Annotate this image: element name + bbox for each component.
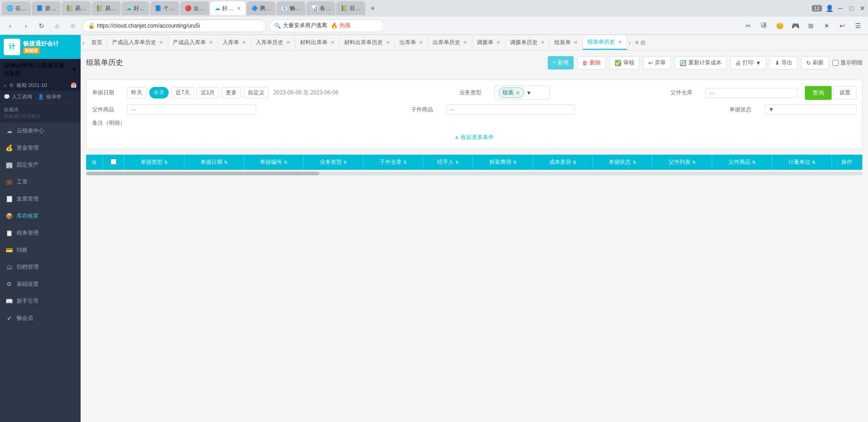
page-tab-10[interactable]: 调拨单历史 ✕ [505,36,550,49]
reload-button[interactable]: ↻ [35,19,48,32]
date-btn-1month[interactable]: 近1月 [197,87,219,98]
maximize-button[interactable]: □ [848,5,855,12]
page-tab-3[interactable]: 入库单 ✕ [218,36,251,49]
support-icon[interactable]: 💬 [4,94,10,100]
biz-type-tag-remove[interactable]: ✕ [516,90,520,96]
show-detail-checkbox[interactable]: 显示明细 [833,59,862,67]
sidebar-item-cloud-report[interactable]: ☁ 云报表中心 [0,122,81,139]
page-tab-11-close[interactable]: ✕ [574,40,578,46]
back-button[interactable]: ‹ [4,19,17,32]
col-bill-date[interactable]: 单据日期 ⇅ [184,155,244,170]
tab-scroll-right[interactable]: › [627,39,633,46]
browser-tab-9[interactable]: 📧 畅… [276,1,305,15]
select-all-checkbox[interactable] [111,159,117,165]
page-tab-6-close[interactable]: ✕ [386,40,390,46]
date-btn-more[interactable]: 更多 [222,87,241,98]
minimize-button[interactable]: ─ [837,5,844,12]
browser-tab-in[interactable]: 🌐 在… [2,1,31,15]
col-checkbox[interactable] [103,155,124,170]
col-parent-list[interactable]: 父件列表 ⇅ [652,155,712,170]
profile-icon[interactable]: 👤 [826,5,833,12]
scrollbar-thumb[interactable] [86,172,319,175]
menu-icon[interactable]: ☰ [851,19,864,32]
home-button[interactable]: ⌂ [51,19,64,32]
col-bill-type[interactable]: 单据类型 ⇅ [124,155,184,170]
col-cost-diff[interactable]: 成本差异 ⇅ [533,155,592,170]
sidebar-item-tax[interactable]: 📋 税务管理 [0,225,81,242]
page-tab-1-close[interactable]: ✕ [159,40,163,46]
col-bill-no[interactable]: 单据编号 ⇅ [244,155,304,170]
sidebar-item-settings[interactable]: ⚙ 基础设置 [0,276,81,293]
browser-tab-7-active[interactable]: ☁ 好… ✕ [210,1,246,15]
date-btn-today[interactable]: 今天 [149,87,169,98]
browser-tab-10[interactable]: 📊 各… [306,1,335,15]
page-tab-7-close[interactable]: ✕ [419,40,423,46]
sidebar-item-salary[interactable]: 💼 工资 [0,173,81,191]
page-tab-12-close[interactable]: ✕ [618,39,622,45]
sidebar-item-member[interactable]: ✔ 畅会员 [0,310,81,327]
query-button[interactable]: 查询 [805,86,832,100]
abandon-button[interactable]: ↩ 弃审 [643,56,671,69]
new-button[interactable]: + 新增 [548,56,574,69]
date-btn-custom[interactable]: 自定义 [244,87,269,98]
page-tab-4-close[interactable]: ✕ [286,40,290,46]
col-bill-status[interactable]: 单据状态 ⇅ [592,155,652,170]
col-biz-type[interactable]: 业务类型 ⇅ [304,155,364,170]
settings-icon-top[interactable]: ⚙ [9,82,14,88]
page-tab-9[interactable]: 调拨单 ✕ [472,36,505,49]
translate-icon[interactable]: 译 [757,19,770,32]
grid-icon[interactable]: ⊞ [804,19,817,32]
sidebar-item-settlement[interactable]: 💳 结账 [0,242,81,259]
forward-button[interactable]: › [19,19,32,32]
recalculate-button[interactable]: 🔄 重新计算成本 [674,56,727,69]
date-btn-yesterday[interactable]: 昨天 [127,87,147,98]
child-goods-input[interactable]: ··· [446,104,575,115]
url-bar[interactable]: 🔒 https://cloud.chanjet.com/accounting/u… [82,19,266,32]
sidebar-item-fund[interactable]: 💰 资金管理 [0,139,81,156]
page-tab-4[interactable]: 入库单历史 ✕ [251,36,295,49]
page-tab-9-close[interactable]: ✕ [496,40,500,46]
browser-tab-5[interactable]: 📘 个… [150,1,179,15]
emoji-icon[interactable]: 😊 [773,19,786,32]
sidebar-item-invoice[interactable]: 🧾 发票管理 [0,191,81,208]
browser-tab-1[interactable]: 📘 新… [32,1,61,15]
col-settings[interactable]: ⚙ [86,155,103,170]
page-tab-6[interactable]: 材料出库单历史 ✕ [340,36,395,49]
page-tab-11[interactable]: 组装单 ✕ [550,36,583,49]
show-detail-input[interactable] [833,60,839,66]
close-window-button[interactable]: ✕ [859,5,866,12]
collapse-filter-button[interactable]: ∧ 收起更多条件 [92,132,856,143]
company-selector[interactable]: (勿删勿禁用) 江西服宝测试专用 ▼ [0,59,81,80]
review-button[interactable]: ✅ 审核 [610,56,639,69]
brightness-icon[interactable]: ☀ [820,19,833,32]
sidebar-item-guide[interactable]: 📖 新手引导 [0,293,81,310]
sidebar-item-fixed-asset[interactable]: 🏢 固定资产 [0,156,81,173]
parent-warehouse-select[interactable]: ··· [705,88,798,98]
calendar-icon[interactable]: 📅 [70,82,77,88]
tab-add-button[interactable]: + [366,2,379,15]
sidebar-item-archive[interactable]: 🗂 归档管理 [0,259,81,276]
tab-close-current[interactable]: ✕ [634,39,639,46]
page-tab-12-active[interactable]: 组装单历史 ✕ [583,35,627,50]
page-tab-3-close[interactable]: ✕ [242,40,246,46]
parent-goods-input[interactable]: ··· [127,104,256,115]
horizontal-scrollbar[interactable] [86,172,862,175]
browser-tab-4[interactable]: ☁ 好… [122,1,149,15]
page-tab-2-close[interactable]: ✕ [209,40,213,46]
page-tab-5[interactable]: 材料出库单 ✕ [295,36,340,49]
page-tab-10-close[interactable]: ✕ [540,40,545,46]
bookmark-button[interactable]: ☆ [66,19,79,32]
undo-icon[interactable]: ↩ [836,19,849,32]
tab-close-8[interactable]: ✕ [237,6,241,12]
print-button[interactable]: 🖨 打印 ▼ [730,56,766,69]
col-disassemble-cost[interactable]: 拆装费用 ⇅ [473,155,533,170]
settings-filter-button[interactable]: 设置 [833,86,856,99]
scissors-icon[interactable]: ✂ [742,19,755,32]
col-unit[interactable]: 计量单位 ⇅ [772,155,832,170]
browser-tab-2[interactable]: 📗 易… [62,1,91,15]
browser-tab-11[interactable]: 📗 目… [336,1,365,15]
page-tab-2[interactable]: 产成品入库单 ✕ [168,36,218,49]
date-btn-7days[interactable]: 近7天 [171,87,194,98]
page-tab-home[interactable]: 首页 [87,36,107,49]
biz-type-select[interactable]: 组装 ✕ ▼ [494,86,550,100]
